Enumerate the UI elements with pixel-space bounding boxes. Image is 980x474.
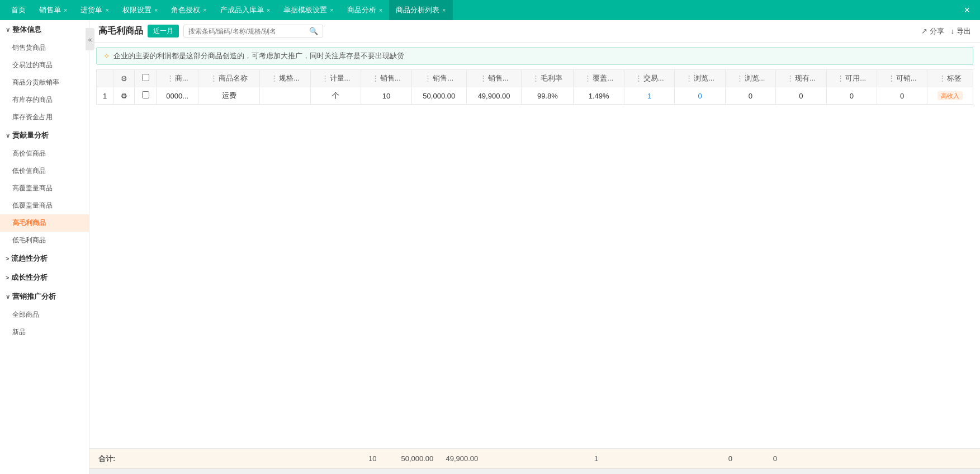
col-header-10[interactable]: ⋮覆盖... bbox=[574, 70, 624, 87]
settings-icon[interactable]: ⚙ bbox=[121, 74, 127, 83]
sidebar-group-贡献量分析[interactable]: ∨贡献量分析 bbox=[0, 126, 89, 145]
col-handle: ⋮ bbox=[736, 74, 744, 82]
row-browse1: 0 bbox=[675, 87, 725, 105]
data-table: ⚙⋮商...⋮商品名称⋮规格...⋮计量...⋮销售...⋮销售...⋮销售..… bbox=[96, 69, 973, 105]
tag-badge: 高收入 bbox=[938, 91, 963, 100]
nav-close-icon[interactable]: × bbox=[330, 7, 333, 13]
table-header: ⚙⋮商...⋮商品名称⋮规格...⋮计量...⋮销售...⋮销售...⋮销售..… bbox=[97, 70, 973, 87]
col-handle: ⋮ bbox=[584, 74, 591, 82]
col-header-12[interactable]: ⋮浏览... bbox=[675, 70, 725, 87]
search-icon[interactable]: 🔍 bbox=[309, 27, 318, 35]
nav-close-icon[interactable]: × bbox=[64, 7, 67, 13]
nav-item-进货单[interactable]: 进货单× bbox=[74, 0, 115, 20]
row-checkbox[interactable] bbox=[142, 91, 149, 98]
col-header-3[interactable]: ⋮商品名称 bbox=[198, 70, 260, 87]
sidebar-item-新品[interactable]: 新品 bbox=[0, 323, 89, 341]
nav-close-icon[interactable]: × bbox=[267, 7, 270, 13]
col-handle: ⋮ bbox=[685, 74, 693, 82]
col-header-17[interactable]: ⋮标签 bbox=[927, 70, 973, 87]
row-spec bbox=[260, 87, 310, 105]
sidebar-collapse-button[interactable]: « bbox=[86, 28, 94, 50]
nav-item-权限设置[interactable]: 权限设置× bbox=[116, 0, 164, 20]
row-tag: 高收入 bbox=[927, 87, 973, 105]
sidebar-item-销售货商品[interactable]: 销售货商品 bbox=[0, 39, 89, 57]
export-icon: ↓ bbox=[951, 27, 955, 35]
col-header-16[interactable]: ⋮可销... bbox=[877, 70, 927, 87]
sidebar-item-低毛利商品[interactable]: 低毛利商品 bbox=[0, 232, 89, 249]
footer-cell-10: 1 bbox=[574, 454, 618, 463]
sidebar-item-低价值商品[interactable]: 低价值商品 bbox=[0, 162, 89, 180]
col-header-2[interactable]: ⋮商... bbox=[157, 70, 198, 87]
col-header-8[interactable]: ⋮销售... bbox=[466, 70, 521, 87]
nav-item-商品分析列表[interactable]: 商品分析列表× bbox=[389, 0, 452, 20]
col-handle: ⋮ bbox=[480, 74, 487, 82]
nav-item-角色授权[interactable]: 角色授权× bbox=[164, 0, 213, 20]
sidebar-item-交易过的商品[interactable]: 交易过的商品 bbox=[0, 57, 89, 74]
time-filter-button[interactable]: 近一月 bbox=[148, 25, 179, 37]
export-button[interactable]: ↓ 导出 bbox=[951, 26, 972, 36]
col-header-4[interactable]: ⋮规格... bbox=[260, 70, 310, 87]
footer-cell-4 bbox=[305, 454, 350, 463]
col-header-1[interactable] bbox=[135, 70, 157, 87]
sidebar-item-商品分贡献销率[interactable]: 商品分贡献销率 bbox=[0, 74, 89, 91]
nav-close-icon[interactable]: × bbox=[379, 7, 382, 13]
share-button[interactable]: ↗ 分享 bbox=[921, 26, 944, 36]
sidebar-group-整体信息[interactable]: ∨整体信息 bbox=[0, 20, 89, 39]
main-layout: ∨整体信息销售货商品交易过的商品商品分贡献销率有库存的商品库存资金占用∨贡献量分… bbox=[0, 20, 980, 474]
sidebar-item-库存资金占用[interactable]: 库存资金占用 bbox=[0, 109, 89, 126]
scroll-bar[interactable] bbox=[89, 468, 980, 474]
sidebar-item-全部商品[interactable]: 全部商品 bbox=[0, 306, 89, 323]
sidebar-group-成长性分析[interactable]: >成长性分析 bbox=[0, 268, 89, 287]
col-header-6[interactable]: ⋮销售... bbox=[361, 70, 411, 87]
sidebar-item-高毛利商品[interactable]: 高毛利商品 bbox=[0, 214, 89, 232]
col-header-9[interactable]: ⋮毛利率 bbox=[522, 70, 574, 87]
sidebar-group-营销推广分析[interactable]: ∨营销推广分析 bbox=[0, 287, 89, 306]
row-settings-icon[interactable]: ⚙ bbox=[121, 92, 127, 100]
chevron-icon: ∨ bbox=[6, 26, 10, 34]
col-header-0[interactable]: ⚙ bbox=[113, 70, 135, 87]
nav-close-icon[interactable]: × bbox=[154, 7, 158, 13]
col-header-5[interactable]: ⋮计量... bbox=[310, 70, 361, 87]
nav-close-icon[interactable]: × bbox=[442, 7, 446, 13]
nav-item-产成品入库单[interactable]: 产成品入库单× bbox=[214, 0, 277, 20]
footer-cell-14: 0 bbox=[752, 454, 797, 463]
nav-item-单据模板设置[interactable]: 单据模板设置× bbox=[277, 0, 340, 20]
close-all-button[interactable]: × bbox=[958, 4, 976, 16]
tip-bar: ✧ 企业的主要的利润都是这部分商品创造的，可考虑加大推广，同时关注库存是不要出现… bbox=[96, 47, 973, 65]
nav-close-icon[interactable]: × bbox=[105, 7, 108, 13]
row-code: 0000... bbox=[157, 87, 198, 105]
share-icon: ↗ bbox=[921, 27, 927, 35]
nav-item-商品分析[interactable]: 商品分析× bbox=[340, 0, 389, 20]
footer-cell-5: 10 bbox=[350, 454, 395, 463]
row-browse1-link[interactable]: 0 bbox=[698, 92, 702, 100]
row-sales2: 50,000.00 bbox=[411, 87, 466, 105]
sidebar-group-label: 成长性分析 bbox=[11, 273, 48, 283]
footer-cell-12 bbox=[663, 454, 708, 463]
sidebar-group-label: 整体信息 bbox=[12, 25, 41, 35]
sidebar-group-流趋性分析[interactable]: >流趋性分析 bbox=[0, 249, 89, 268]
nav-item-首页[interactable]: 首页 bbox=[4, 0, 32, 20]
col-header-13[interactable]: ⋮浏览... bbox=[725, 70, 775, 87]
sidebar-group-label: 营销推广分析 bbox=[12, 292, 56, 302]
table-container[interactable]: ⚙⋮商...⋮商品名称⋮规格...⋮计量...⋮销售...⋮销售...⋮销售..… bbox=[89, 69, 980, 448]
sidebar-item-有库存的商品[interactable]: 有库存的商品 bbox=[0, 91, 89, 109]
col-header-15[interactable]: ⋮可用... bbox=[826, 70, 877, 87]
row-transactions-link[interactable]: 1 bbox=[647, 92, 651, 100]
col-index bbox=[97, 70, 113, 87]
sidebar-item-低覆盖量商品[interactable]: 低覆盖量商品 bbox=[0, 197, 89, 214]
row-sales3: 49,900.00 bbox=[466, 87, 521, 105]
footer-cell-13: 0 bbox=[708, 454, 752, 463]
col-header-7[interactable]: ⋮销售... bbox=[411, 70, 466, 87]
page-title: 高毛利商品 bbox=[98, 25, 143, 37]
nav-close-icon[interactable]: × bbox=[203, 7, 206, 13]
footer-cell-8 bbox=[484, 454, 529, 463]
sidebar-item-高覆盖量商品[interactable]: 高覆盖量商品 bbox=[0, 180, 89, 197]
search-input[interactable] bbox=[188, 27, 309, 35]
row-index: 1 bbox=[97, 87, 113, 105]
tip-text: 企业的主要的利润都是这部分商品创造的，可考虑加大推广，同时关注库存是不要出现缺货 bbox=[113, 51, 404, 61]
select-all-checkbox[interactable] bbox=[142, 74, 149, 81]
col-header-11[interactable]: ⋮交易... bbox=[624, 70, 674, 87]
sidebar-item-高价值商品[interactable]: 高价值商品 bbox=[0, 145, 89, 162]
nav-item-销售单[interactable]: 销售单× bbox=[32, 0, 74, 20]
col-header-14[interactable]: ⋮现有... bbox=[776, 70, 826, 87]
